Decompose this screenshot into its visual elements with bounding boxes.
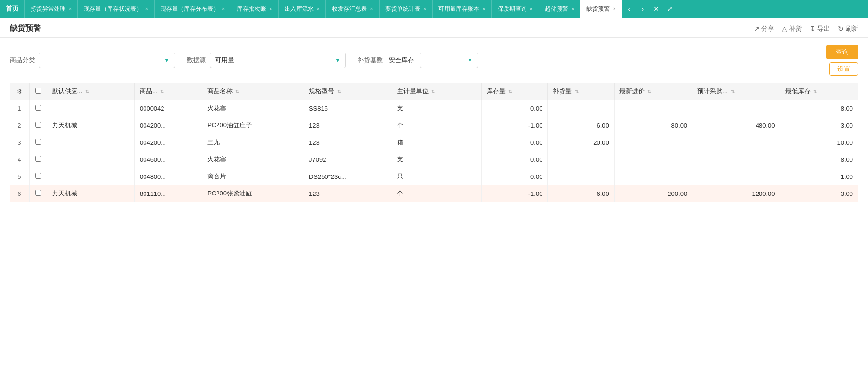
cell-est-purchase-5: 1200.00 [692, 185, 780, 202]
tab-1[interactable]: 拣货异常处理 × [25, 0, 78, 18]
cell-supplier-0 [47, 100, 134, 117]
col-checkbox[interactable] [29, 83, 47, 100]
tab-1-close[interactable]: × [69, 6, 72, 12]
tab-4-label: 库存批次账 [237, 5, 266, 13]
page-container: 缺货预警 ↗ 分享 △ 补货 ↧ 导出 ↻ 刷新 商品分类 [0, 18, 868, 387]
share-icon: ↗ [754, 25, 760, 33]
cell-name-1: PC200油缸庄子 [202, 117, 304, 134]
cell-latest-price-4 [614, 168, 692, 185]
cell-min-stock-0: 8.00 [780, 100, 858, 117]
tab-2-close[interactable]: × [145, 6, 148, 12]
tab-home[interactable]: 首页 [0, 0, 25, 18]
tab-3-close[interactable]: × [222, 6, 225, 12]
cell-index-1: 2 [10, 117, 29, 134]
share-button[interactable]: ↗ 分享 [754, 24, 774, 33]
row-checkbox-5[interactable] [35, 190, 41, 196]
replenish-base-label: 补货基数 [358, 56, 383, 65]
tab-11-close[interactable]: × [613, 6, 615, 12]
tab-10-close[interactable]: × [571, 6, 574, 12]
tab-11[interactable]: 缺货预警 × [580, 0, 622, 18]
cell-code-2: 004200... [134, 134, 202, 151]
tab-next-btn[interactable]: › [636, 0, 650, 18]
sort-unit-icon[interactable]: ⇅ [431, 89, 435, 94]
table-row: 2 力天机械 004200... PC200油缸庄子 123 个 -1.00 6… [10, 117, 858, 134]
row-checkbox-2[interactable] [35, 139, 41, 145]
sort-code-icon[interactable]: ⇅ [160, 89, 164, 94]
tab-9[interactable]: 保质期查询 × [492, 0, 539, 18]
tab-close-all-btn[interactable]: ✕ [650, 0, 663, 18]
replenish-icon: △ [782, 25, 787, 33]
col-name-label: 商品名称 [207, 88, 233, 95]
query-button[interactable]: 查询 [826, 45, 858, 59]
tab-5-close[interactable]: × [317, 6, 320, 12]
cell-checkbox-4[interactable] [29, 168, 47, 185]
sort-name-icon[interactable]: ⇅ [235, 89, 239, 94]
export-label: 导出 [817, 24, 830, 33]
settings-button[interactable]: 设置 [829, 62, 858, 76]
col-replenish: 补货量 ⇅ [548, 83, 614, 100]
cell-checkbox-1[interactable] [29, 117, 47, 134]
cell-code-1: 004200... [134, 117, 202, 134]
replenish-label: 补货 [789, 24, 802, 33]
sort-min-stock-icon[interactable]: ⇅ [813, 89, 817, 94]
col-unit-label: 主计量单位 [397, 88, 429, 95]
sort-stock-icon[interactable]: ⇅ [508, 89, 512, 94]
tab-5[interactable]: 出入库流水 × [279, 0, 326, 18]
tab-8[interactable]: 可用量库存账本 × [433, 0, 491, 18]
replenish-base-value: 安全库存 [389, 56, 414, 65]
replenish-button[interactable]: △ 补货 [782, 24, 802, 33]
sort-supplier-icon[interactable]: ⇅ [85, 89, 89, 94]
tab-7[interactable]: 要货单统计表 × [380, 0, 433, 18]
tab-6[interactable]: 收发存汇总表 × [326, 0, 379, 18]
cell-min-stock-3: 8.00 [780, 151, 858, 168]
tab-maximize-btn[interactable]: ⤢ [663, 0, 677, 18]
tab-10[interactable]: 超储预警 × [539, 0, 580, 18]
replenish-base-select[interactable]: ▼ [420, 53, 478, 68]
cell-checkbox-3[interactable] [29, 151, 47, 168]
col-spec: 规格型号 ⇅ [304, 83, 392, 100]
tab-prev-btn[interactable]: ‹ [622, 0, 636, 18]
sort-latest-price-icon[interactable]: ⇅ [647, 89, 651, 94]
table-container: ⚙ 默认供应... ⇅ 商品... ⇅ 商品名称 ⇅ [0, 83, 868, 212]
tab-3[interactable]: 现存量（库存分布表） × [155, 0, 231, 18]
row-checkbox-1[interactable] [35, 122, 41, 128]
tab-9-close[interactable]: × [530, 6, 533, 12]
cell-unit-5: 个 [392, 185, 481, 202]
tab-10-label: 超储预警 [545, 5, 568, 13]
tab-2[interactable]: 现存量（库存状况表） × [78, 0, 154, 18]
tab-7-label: 要货单统计表 [385, 5, 420, 13]
select-all-checkbox[interactable] [35, 88, 41, 94]
tab-6-close[interactable]: × [370, 6, 373, 12]
cell-replenish-0 [548, 100, 614, 117]
category-select[interactable]: ▼ [39, 53, 175, 68]
cell-supplier-1: 力天机械 [47, 117, 134, 134]
sort-est-purchase-icon[interactable]: ⇅ [731, 89, 735, 94]
sort-spec-icon[interactable]: ⇅ [337, 89, 341, 94]
sort-replenish-icon[interactable]: ⇅ [575, 89, 579, 94]
datasource-select[interactable]: 可用量 ▼ [210, 53, 346, 68]
tab-8-close[interactable]: × [482, 6, 485, 12]
cell-est-purchase-1: 480.00 [692, 117, 780, 134]
header-actions: ↗ 分享 △ 补货 ↧ 导出 ↻ 刷新 [754, 24, 858, 33]
tab-4[interactable]: 库存批次账 × [231, 0, 278, 18]
tab-7-close[interactable]: × [423, 6, 426, 12]
tab-4-close[interactable]: × [269, 6, 272, 12]
row-checkbox-3[interactable] [35, 156, 41, 162]
table-row: 5 004800... 离合片 DS250*23c... 只 0.00 1.00 [10, 168, 858, 185]
row-checkbox-4[interactable] [35, 173, 41, 179]
col-gear[interactable]: ⚙ [10, 83, 29, 100]
datasource-label: 数据源 [187, 56, 206, 65]
cell-supplier-2 [47, 134, 134, 151]
cell-spec-5: 123 [304, 185, 392, 202]
row-checkbox-0[interactable] [35, 105, 41, 111]
export-button[interactable]: ↧ 导出 [810, 24, 830, 33]
cell-index-4: 5 [10, 168, 29, 185]
share-label: 分享 [761, 24, 774, 33]
cell-latest-price-0 [614, 100, 692, 117]
cell-checkbox-0[interactable] [29, 100, 47, 117]
cell-checkbox-2[interactable] [29, 134, 47, 151]
refresh-button[interactable]: ↻ 刷新 [838, 24, 858, 33]
tab-3-label: 现存量（库存分布表） [161, 5, 219, 13]
cell-checkbox-5[interactable] [29, 185, 47, 202]
cell-replenish-5: 6.00 [548, 185, 614, 202]
